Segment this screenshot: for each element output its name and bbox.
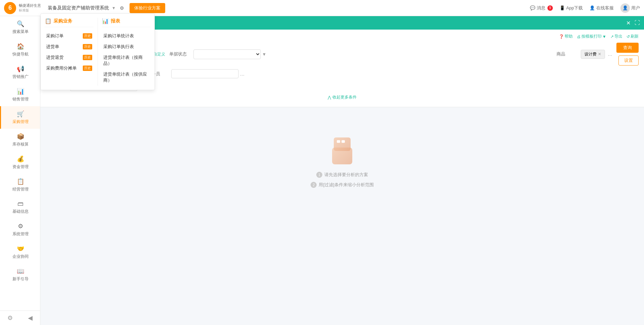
empty-hint-2: 2 用[过滤]条件来缩小分析范围 <box>311 182 373 188</box>
phone-icon: 📱 <box>560 5 565 10</box>
dropdown-item-expense[interactable]: 采购费用分摊单 历史 <box>45 63 94 74</box>
bottom-settings-icon[interactable]: ⚙ <box>7 314 13 322</box>
salesperson-input[interactable] <box>171 69 239 78</box>
incoming-stats-supplier-label: 进货单统计表（按供应商） <box>103 71 149 83</box>
incoming-label: 进货单 <box>46 44 59 50</box>
settings-button[interactable]: 设置 <box>618 55 639 66</box>
marketing-icon: 📢 <box>17 65 24 73</box>
status-select[interactable] <box>193 49 261 59</box>
print-link[interactable]: 🖨 按模板打印 ▼ <box>577 34 606 39</box>
system-title-text: 装备及固定资产辅助管理系统 <box>48 5 109 11</box>
sidebar-item-marketing[interactable]: 📢 营销推广 <box>0 61 40 84</box>
dropdown-item-order-stats[interactable]: 采购订单统计表 <box>102 31 151 41</box>
sidebar-item-operation[interactable]: 📋 经营管理 <box>0 174 40 196</box>
hint-number-2: 2 <box>311 182 317 188</box>
help-icon: ❓ <box>559 34 564 39</box>
message-label: 消息 <box>537 5 545 11</box>
refresh-icon: ↺ <box>627 34 630 39</box>
top-right-area: 💬 消息 9 📱 App下载 👤 在线客服 👤 用户 <box>530 3 640 13</box>
export-link[interactable]: ↗ 导出 <box>610 34 622 39</box>
status-dropdown-icon: ▼ <box>262 52 266 57</box>
shortcut-custom[interactable]: 自定义 <box>153 51 165 57</box>
sidebar-label-system: 系统管理 <box>12 231 29 237</box>
collapse-label: 收起更多条件 <box>332 94 357 100</box>
sidebar-item-search[interactable]: 🔍 搜索菜单 <box>0 16 40 39</box>
dropdown-arrow-icon[interactable]: ▼ <box>112 6 116 10</box>
industry-button[interactable]: 体验行业方案 <box>130 3 165 13</box>
dropdown-item-incoming-stats-goods[interactable]: 进货单统计表（按商品） <box>102 52 151 69</box>
avatar: 👤 <box>620 3 630 13</box>
sidebar-bottom: ⚙ ◀ <box>0 311 40 325</box>
home-icon: 🏠 <box>17 43 24 50</box>
collapse-button[interactable]: ⋀ 收起更多条件 <box>46 94 639 100</box>
app-download-item[interactable]: 📱 App下载 <box>560 5 583 11</box>
report-col-title: 报表 <box>111 18 120 24</box>
tab-expand-icon[interactable]: ⛶ <box>635 20 640 26</box>
sidebar-item-basic[interactable]: 🗃 基础信息 <box>0 196 40 218</box>
message-icon: 💬 <box>530 5 535 10</box>
sidebar-label-inventory: 库存核算 <box>12 141 29 147</box>
sidebar-item-quick[interactable]: 🏠 快捷导航 <box>0 39 40 61</box>
sidebar-item-inventory[interactable]: 📦 库存核算 <box>0 129 40 151</box>
tab-right-icons: ✕ ⛶ <box>626 20 644 26</box>
purchase-dropdown-menu: 📋 采购业务 采购订单 历史 进货单 历史 进货退货 历史 采购费用分摊单 历史… <box>40 13 155 90</box>
sidebar-item-system[interactable]: ⚙ 系统管理 <box>0 218 40 241</box>
message-item[interactable]: 💬 消息 9 <box>530 5 553 11</box>
history-badge-2: 历史 <box>83 44 92 49</box>
purchase-icon: 🛒 <box>17 110 24 118</box>
online-service-item[interactable]: 👤 在线客服 <box>589 5 614 11</box>
purchase-col-header: 📋 采购业务 <box>45 18 94 27</box>
app-download-label: App下载 <box>566 5 583 11</box>
service-icon: 👤 <box>589 5 595 10</box>
purchase-order-label: 采购订单 <box>46 33 64 39</box>
return-label: 进货退货 <box>46 54 64 60</box>
settings-icon[interactable]: ⚙ <box>120 5 124 11</box>
goods-tag[interactable]: 设计费 ✕ <box>581 50 605 59</box>
purchase-col: 📋 采购业务 采购订单 历史 进货单 历史 进货退货 历史 采购费用分摊单 历史 <box>41 18 98 86</box>
order-stats-label: 采购订单统计表 <box>103 33 134 39</box>
tab-close-all-icon[interactable]: ✕ <box>626 20 631 26</box>
sidebar-label-enterprise: 企业协同 <box>12 254 29 259</box>
dropdown-item-incoming-stats-supplier[interactable]: 进货单统计表（按供应商） <box>102 69 151 86</box>
purchase-col-icon: 📋 <box>45 18 51 24</box>
report-col-icon: 📊 <box>102 18 109 24</box>
goods-label: 商品 <box>557 51 577 57</box>
hint-text-2: 用[过滤]条件来缩小分析范围 <box>319 182 373 188</box>
sales-icon: 📊 <box>17 88 24 95</box>
sidebar-item-purchase[interactable]: 🛒 采购管理 <box>0 106 40 129</box>
print-icon: 🖨 <box>577 34 581 39</box>
query-button[interactable]: 查询 <box>616 43 639 53</box>
order-exec-label: 采购订单执行表 <box>103 44 134 50</box>
capital-icon: 💰 <box>17 155 24 163</box>
purchase-col-title: 采购业务 <box>53 18 72 24</box>
export-icon: ↗ <box>610 34 614 39</box>
salesperson-more-icon[interactable]: … <box>240 71 245 77</box>
sidebar-label-quick: 快捷导航 <box>12 51 29 57</box>
bottom-collapse-icon[interactable]: ◀ <box>28 314 33 322</box>
logo-text: 畅捷通好生意 <box>19 3 41 8</box>
sidebar-label-marketing: 营销推广 <box>12 74 29 80</box>
dropdown-item-order-exec[interactable]: 采购订单执行表 <box>102 41 151 52</box>
empty-state: 1 请先选择要分析的方案 2 用[过滤]条件来缩小分析范围 <box>40 107 644 215</box>
sidebar-item-enterprise[interactable]: 🤝 企业协同 <box>0 241 40 263</box>
sidebar-label-search: 搜索菜单 <box>12 29 29 35</box>
sidebar-label-purchase: 采购管理 <box>12 119 29 125</box>
goods-tag-close-icon[interactable]: ✕ <box>598 52 601 56</box>
help-link[interactable]: ❓ 帮助 <box>559 34 573 39</box>
refresh-link[interactable]: ↺ 刷新 <box>627 34 639 39</box>
user-item[interactable]: 👤 用户 <box>620 3 640 13</box>
sidebar-item-capital[interactable]: 💰 资金管理 <box>0 151 40 174</box>
basic-icon: 🗃 <box>17 200 24 207</box>
goods-more-icon[interactable]: … <box>608 51 612 57</box>
logo-area: 6 畅捷通好生意 标准版 <box>4 2 44 14</box>
search-icon: 🔍 <box>17 20 24 28</box>
logo-icon: 6 <box>4 2 16 14</box>
online-service-label: 在线客服 <box>596 5 614 11</box>
sidebar-item-sales[interactable]: 📊 销售管理 <box>0 84 40 106</box>
operation-icon: 📋 <box>17 178 24 185</box>
dropdown-item-purchase-order[interactable]: 采购订单 历史 <box>45 31 94 41</box>
sidebar-label-sales: 销售管理 <box>12 96 29 102</box>
dropdown-item-incoming[interactable]: 进货单 历史 <box>45 41 94 52</box>
dropdown-item-return[interactable]: 进货退货 历史 <box>45 52 94 63</box>
sidebar-item-guide[interactable]: 📖 新手引导 <box>0 263 40 286</box>
